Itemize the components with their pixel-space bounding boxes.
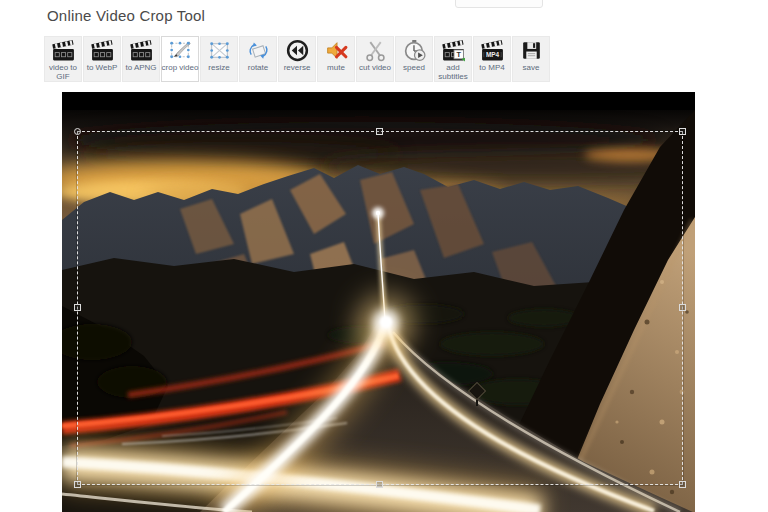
toolbar-button-label: rotate — [248, 64, 268, 73]
subtitles-clapperboard-icon: T — [441, 38, 466, 63]
scissors-icon — [363, 38, 388, 63]
crop-handle-w[interactable] — [74, 304, 81, 311]
top-partial-control[interactable] — [455, 0, 543, 8]
toolbar-button-label: mute — [327, 64, 345, 73]
toolbar-button-label: to APNG — [125, 64, 156, 73]
toolbar-button-speed[interactable]: speed — [395, 36, 433, 82]
crop-selection[interactable] — [77, 131, 683, 485]
toolbar-button-label: speed — [403, 64, 425, 73]
crop-handle-sw[interactable] — [74, 481, 81, 488]
page-title: Online Video Crop Tool — [47, 7, 205, 24]
muted-speaker-icon — [324, 38, 349, 63]
toolbar-button-rotate[interactable]: rotate — [239, 36, 277, 82]
floppy-disk-icon — [519, 38, 544, 63]
crop-handle-se[interactable] — [679, 481, 686, 488]
toolbar-button-save[interactable]: save — [512, 36, 550, 82]
toolbar-button-reverse[interactable]: reverse — [278, 36, 316, 82]
toolbar-button-label: cut video — [359, 64, 391, 73]
crop-handle-n[interactable] — [376, 128, 383, 135]
clapperboard-icon — [90, 38, 115, 63]
toolbar-button-mute[interactable]: mute — [317, 36, 355, 82]
crop-handle-s[interactable] — [376, 481, 383, 488]
toolbar-button-to-webp[interactable]: to WebP — [83, 36, 121, 82]
toolbar: video to GIF to WebP to APNG — [44, 36, 550, 82]
toolbar-button-label: to MP4 — [479, 64, 504, 73]
svg-text:MP4: MP4 — [485, 51, 499, 58]
online-video-crop-tool-app: Online Video Crop Tool video to GIF to W… — [0, 0, 768, 512]
toolbar-button-label: add subtitles — [434, 64, 472, 82]
stopwatch-icon — [402, 38, 427, 63]
clapperboard-icon — [129, 38, 154, 63]
toolbar-button-label: save — [523, 64, 540, 73]
toolbar-button-to-apng[interactable]: to APNG — [122, 36, 160, 82]
crop-icon — [168, 38, 193, 63]
crop-handle-e[interactable] — [679, 304, 686, 311]
crop-handle-ne[interactable] — [679, 128, 686, 135]
toolbar-button-label: to WebP — [87, 64, 118, 73]
rotate-icon — [246, 38, 271, 63]
video-preview[interactable] — [62, 92, 695, 512]
toolbar-button-cut-video[interactable]: cut video — [356, 36, 394, 82]
mp4-clapperboard-icon: MP4 — [480, 38, 505, 63]
clapperboard-icon — [51, 38, 76, 63]
rewind-icon — [285, 38, 310, 63]
svg-text:T: T — [456, 50, 461, 59]
toolbar-button-to-mp4[interactable]: MP4 to MP4 — [473, 36, 511, 82]
toolbar-button-label: resize — [208, 64, 229, 73]
toolbar-button-resize[interactable]: resize — [200, 36, 238, 82]
toolbar-button-label: reverse — [284, 64, 311, 73]
toolbar-button-label: crop video — [162, 64, 199, 73]
toolbar-button-crop-video[interactable]: crop video — [161, 36, 199, 82]
toolbar-button-label: video to GIF — [44, 64, 82, 82]
resize-icon — [207, 38, 232, 63]
toolbar-button-video-to-gif[interactable]: video to GIF — [44, 36, 82, 82]
toolbar-button-add-subtitles[interactable]: T add subtitles — [434, 36, 472, 82]
crop-handle-nw[interactable] — [74, 128, 81, 135]
